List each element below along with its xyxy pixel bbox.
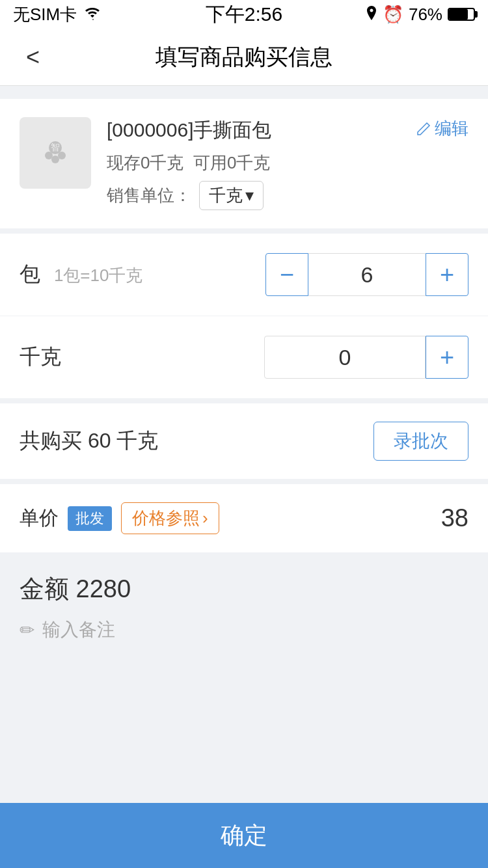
price-ref-arrow: ›	[202, 508, 208, 528]
price-section: 单价 批发 价格参照 › 38	[0, 484, 488, 553]
product-unit-row: 销售单位： 千克 ▾	[107, 181, 468, 210]
remark-row[interactable]: ✏ 输入备注	[20, 617, 468, 642]
product-name: [0000006]手撕面包	[107, 117, 271, 144]
chevron-down-icon: ▾	[245, 185, 254, 206]
status-bar-left: 无SIM卡	[13, 3, 102, 26]
bag-minus-button[interactable]: −	[265, 253, 308, 296]
price-ref-button[interactable]: 价格参照 ›	[121, 502, 219, 534]
bag-hint: 1包=10千克	[54, 265, 143, 285]
svg-point-2	[58, 152, 66, 159]
kg-quantity-input[interactable]	[264, 336, 426, 379]
bag-quantity-control: − +	[265, 253, 468, 296]
nav-bar: < 填写商品购买信息	[0, 29, 488, 86]
edit-button[interactable]: 编辑	[416, 117, 468, 140]
product-info: [0000006]手撕面包 编辑 现存0千克 可用0千克 销售单位： 千克 ▾	[107, 117, 468, 210]
amount-section: 金额 2280 ✏ 输入备注	[0, 553, 488, 655]
total-row: 共购买 60 千克 录批次	[0, 403, 488, 484]
carrier-text: 无SIM卡	[13, 3, 77, 26]
status-bar: 无SIM卡 下午2:56 ⏰ 76%	[0, 0, 488, 29]
wifi-icon	[83, 5, 102, 25]
battery-icon	[448, 8, 475, 21]
back-button[interactable]: <	[20, 37, 46, 77]
bag-quantity-row: 包 1包=10千克 − +	[0, 234, 488, 316]
svg-point-1	[45, 152, 53, 159]
bag-label: 包 1包=10千克	[20, 260, 265, 289]
bag-plus-button[interactable]: +	[426, 253, 468, 296]
price-label: 单价	[20, 505, 59, 532]
pencil-icon: ✏	[20, 619, 34, 641]
alarm-icon: ⏰	[383, 5, 403, 25]
kg-quantity-control: +	[264, 336, 468, 379]
remark-placeholder: 输入备注	[42, 617, 115, 642]
location-icon	[366, 5, 377, 25]
kg-plus-button[interactable]: +	[426, 336, 468, 379]
svg-text:智: 智	[51, 142, 60, 152]
product-stock: 现存0千克 可用0千克	[107, 152, 468, 174]
amount-display: 金额 2280	[20, 573, 468, 606]
confirm-button[interactable]: 确定	[0, 803, 488, 868]
kg-quantity-row: 千克 +	[0, 316, 488, 403]
quantity-section: 包 1包=10千克 − + 千克 +	[0, 234, 488, 403]
battery-percent: 76%	[409, 5, 442, 25]
status-bar-right: ⏰ 76%	[366, 5, 475, 25]
kg-label: 千克	[20, 343, 264, 372]
total-amount: 60	[88, 429, 111, 452]
batch-button[interactable]: 录批次	[373, 422, 468, 461]
product-image: 智	[20, 117, 91, 189]
bag-quantity-input[interactable]	[308, 253, 426, 296]
price-tag-pifa: 批发	[68, 506, 112, 531]
product-card: 智 [0000006]手撕面包 编辑 现存0千克 可用0千克 销售单位： 千克 …	[0, 99, 488, 234]
page-title: 填写商品购买信息	[156, 42, 332, 72]
svg-point-3	[51, 156, 59, 163]
price-value: 38	[441, 504, 468, 532]
price-label-row: 单价 批发 价格参照 ›	[20, 502, 219, 534]
amount-value: 2280	[76, 575, 131, 603]
unit-dropdown[interactable]: 千克 ▾	[199, 181, 264, 210]
status-bar-time: 下午2:56	[206, 1, 282, 28]
total-text: 共购买 60 千克	[20, 427, 158, 455]
